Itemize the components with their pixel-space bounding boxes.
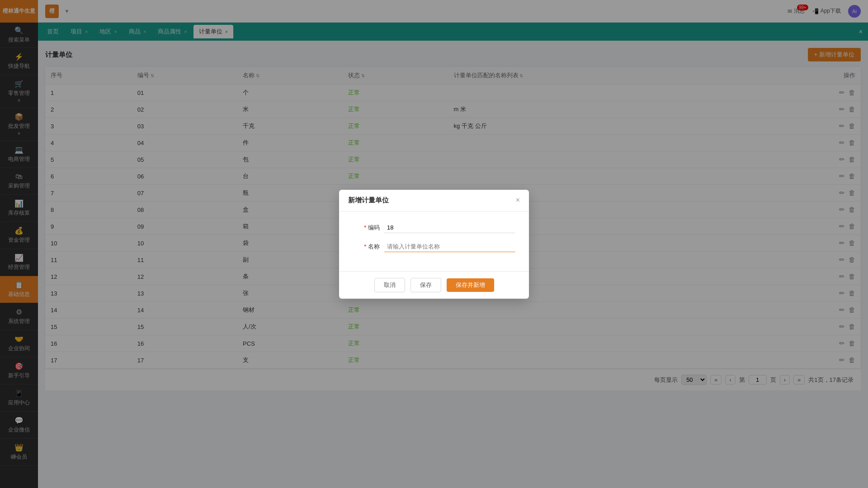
save-button[interactable]: 保存 (410, 278, 441, 292)
save-and-new-button[interactable]: 保存并新增 (447, 278, 494, 292)
code-form-row: 编码 (353, 222, 515, 233)
modal-title: 新增计量单位 (348, 196, 389, 205)
modal-header: 新增计量单位 × (339, 190, 529, 211)
modal-body: 编码 名称 (339, 211, 529, 271)
name-input[interactable] (384, 241, 515, 252)
cancel-button[interactable]: 取消 (374, 278, 405, 292)
name-label: 名称 (353, 243, 380, 251)
modal-overlay: 新增计量单位 × 编码 名称 取消 保存 保存并新增 (0, 0, 868, 488)
modal-close-btn[interactable]: × (516, 196, 520, 204)
name-form-row: 名称 (353, 241, 515, 252)
code-label: 编码 (353, 224, 380, 232)
add-unit-modal: 新增计量单位 × 编码 名称 取消 保存 保存并新增 (339, 190, 529, 299)
code-input[interactable] (384, 222, 515, 233)
modal-footer: 取消 保存 保存并新增 (339, 271, 529, 299)
